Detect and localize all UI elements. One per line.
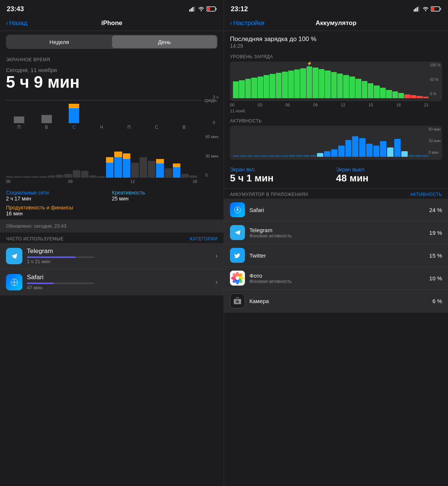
bar-day-fri: П [116,123,142,130]
act-y-0: 0 мин [429,150,441,155]
svg-rect-40 [239,300,240,300]
photos-batt-name: Фото [249,272,425,279]
y-60min: 60 мин [205,134,218,139]
safari-app-name: Safari [27,274,211,281]
screen-on-label: Экран вкл. [230,166,336,172]
svg-point-39 [237,301,239,303]
categories-section: Социальные сети 2 ч 17 мин Креативность … [0,187,224,205]
battery-icon-right [431,6,441,12]
status-bar-left: 23:43 [0,0,224,16]
wifi-icon [198,6,205,12]
activity-chart-section: АКТИВНОСТЬ [224,116,448,162]
telegram-app-time: 1 ч 21 мин [27,259,211,264]
svg-rect-6 [207,7,210,11]
segment-control: Неделя День [6,35,218,49]
telegram-batt-svg [233,228,242,237]
act-y-60: 60 мин [429,127,441,131]
bar-day-sun: В [171,123,197,130]
y-label-0: 0 [213,120,218,125]
photos-batt-svg [230,271,245,286]
frequent-header: ЧАСТО ИСПОЛЬЗУЕМЫЕ КАТЕГОРИИ [0,233,224,243]
screen-stats: Экран вкл. 5 ч 1 мин Экран выкл. 48 мин [224,162,448,189]
batt-app-twitter[interactable]: Twitter 15 % [224,244,448,267]
battery-icon-left [206,6,217,12]
svg-point-36 [236,276,239,280]
hour-label-12: 12 [130,179,135,184]
hour-label-00: 00 [6,179,10,184]
twitter-batt-info: Twitter [249,252,425,259]
category-creativity: Креативность 25 мин [112,190,218,202]
bar-day-tue: В [34,115,60,130]
camera-batt-name: Камера [249,298,428,304]
batt-date: 11 нояб. [230,109,246,113]
batt-app-safari[interactable]: Safari 24 % [224,199,448,221]
hourly-chart-area: 00 06 12 18 60 мин 30 мин 0 [0,133,224,187]
batt-time-21: 21 [424,103,429,107]
last-charge-time: 14:29 [230,43,442,49]
telegram-app-name: Telegram [27,247,211,255]
frequent-label: ЧАСТО ИСПОЛЬЗУЕМЫЕ [6,236,64,242]
hour-label-06: 06 [68,179,73,184]
batt-app-photos[interactable]: Фото Фоновая активность 10 % [224,267,448,290]
y-0min: 0 [205,173,218,177]
page-title-left: iPhone [101,19,122,27]
back-button-left[interactable]: ‹ Назад [6,19,27,27]
cat-productivity-time: 16 мин [6,211,218,216]
twitter-batt-name: Twitter [249,252,425,259]
screen-off-stat: Экран выкл. 48 мин [336,166,442,184]
status-icons-right [414,6,441,12]
batt-time-03: 03 [258,103,262,107]
batt-y-0: 0 % [430,92,441,96]
photos-batt-sub: Фоновая активность [249,279,425,284]
back-chevron-right: ‹ [230,19,232,27]
twitter-batt-pct: 15 % [429,252,442,259]
twitter-batt-icon [230,248,245,263]
app-item-telegram[interactable]: Telegram 1 ч 21 мин › [0,243,224,269]
category-social: Социальные сети 2 ч 17 мин [6,190,112,202]
categories-link[interactable]: КАТЕГОРИИ [190,236,218,242]
status-time-left: 23:43 [7,5,24,13]
screen-time-section-label: ЭКРАННОЕ ВРЕМЯ [0,53,224,64]
telegram-batt-name: Telegram [249,227,425,233]
last-charge-section: Последняя зарядка до 100 % 14:29 [224,31,448,52]
svg-rect-15 [414,9,415,12]
cat-social-time: 2 ч 17 мин [6,196,112,202]
batt-app-camera[interactable]: Камера 6 % [224,290,448,312]
safari-bar-fill [27,283,54,284]
y-label-3h: 3 ч [213,95,218,99]
safari-app-time: 47 мин [27,285,211,290]
cat-productivity-label: Продуктивность и финансы [6,205,218,211]
nav-bar-left: ‹ Назад iPhone [0,16,224,31]
batt-time-00: 00 [230,103,234,107]
segment-week[interactable]: Неделя [7,35,112,48]
activity-link[interactable]: АКТИВНОСТЬ [410,192,442,197]
segment-day[interactable]: День [112,35,217,48]
camera-batt-svg [233,296,242,306]
photos-batt-pct: 10 % [429,275,442,281]
safari-batt-info: Safari [249,207,425,213]
bar-day-thu: Ч [88,123,115,130]
status-icons-left [189,6,217,12]
back-label-left: Назад [9,19,28,27]
status-time-right: 23:12 [231,5,248,13]
update-info: Обновлено: сегодня, 23:43 [0,219,224,233]
page-title-right: Аккумулятор [315,19,357,27]
safari-batt-pct: 24 % [429,207,442,213]
safari-chevron: › [215,278,218,286]
photos-batt-icon [230,271,245,286]
back-button-right[interactable]: ‹ Настройки [230,19,264,27]
telegram-app-icon [6,248,22,264]
twitter-batt-svg [233,250,242,260]
telegram-chevron: › [215,252,218,260]
telegram-batt-icon [230,225,245,240]
safari-batt-name: Safari [249,207,425,213]
app-item-safari[interactable]: Safari 47 мин › [0,269,224,295]
batt-app-telegram[interactable]: Telegram Фоновая активность 19 % [224,221,448,244]
batt-time-09: 09 [313,103,318,107]
svg-rect-17 [417,7,418,12]
svg-rect-0 [189,9,190,12]
activity-section-label: АКТИВНОСТЬ [230,118,442,124]
telegram-batt-pct: 19 % [429,230,442,236]
today-duration: 5 ч 9 мин [6,73,218,91]
bar-day-wed: С [61,104,87,130]
